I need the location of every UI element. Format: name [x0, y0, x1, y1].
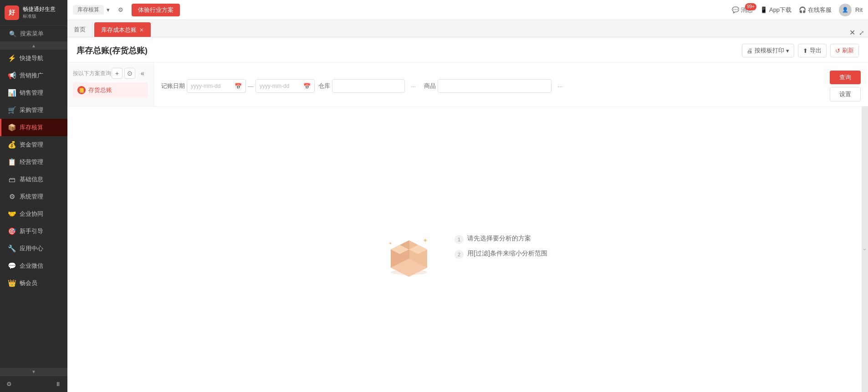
page-header: 库存总账(存货总账) 🖨 按模板打印 ▾ ⬆ 导出 ↺ 刷新 — [67, 37, 868, 62]
refresh-icon: ↺ — [835, 47, 840, 54]
scroll-up-btn[interactable]: ▲ — [0, 42, 67, 50]
user-profile[interactable]: 👤 Rit — [839, 4, 863, 16]
scheme-controls: + ⊙ « — [112, 68, 148, 79]
sidebar-item-purchase[interactable]: 🛒 采购管理 — [0, 102, 67, 119]
sidebar-item-basic-info[interactable]: 🗃 基础信息 — [0, 171, 67, 188]
avatar: 👤 — [839, 4, 852, 16]
sidebar-item-quick-nav[interactable]: ⚡ 快捷导航 — [0, 50, 67, 67]
topbar: 库存核算 ▾ ⚙ 体验行业方案 💬 消息 99+ 📱 App下载 🎧 在线客服 — [67, 0, 868, 20]
user-name: Rit — [855, 6, 863, 13]
scheme-add-button[interactable]: + — [112, 68, 123, 79]
product-more-btn[interactable]: ··· — [553, 79, 567, 93]
sidebar-item-newcomer[interactable]: 🎯 新手引导 — [0, 223, 67, 240]
scheme-collapse-button[interactable]: « — [137, 68, 148, 79]
tab-home[interactable]: 首页 — [67, 22, 92, 37]
date-field-group: 记账日期 yyyy-mm-dd 📅 — yyyy-mm-dd 📅 — [161, 79, 315, 93]
scroll-down-btn[interactable]: ▼ — [0, 368, 67, 376]
online-service-label: 在线客服 — [808, 6, 832, 14]
online-service-button[interactable]: 🎧 在线客服 — [799, 6, 832, 14]
product-field-group: 商品 ··· — [424, 79, 567, 93]
main-area: 库存核算 ▾ ⚙ 体验行业方案 💬 消息 99+ 📱 App下载 🎧 在线客服 — [67, 0, 868, 392]
app-version: 标准版 — [23, 13, 56, 20]
topbar-settings-btn[interactable]: ⚙ — [114, 4, 127, 16]
sidebar-item-system[interactable]: ⚙ 系统管理 — [0, 188, 67, 205]
system-label: 系统管理 — [20, 193, 43, 201]
filter-settings-button[interactable]: 设置 — [830, 87, 861, 102]
date-end-placeholder: yyyy-mm-dd — [260, 83, 289, 89]
search-menu[interactable]: 🔍 搜索菜单 — [0, 26, 67, 42]
svg-text:✦: ✦ — [388, 241, 392, 246]
empty-steps: 1 请先选择要分析的方案 2 用[过滤]条件来缩小分析范围 — [454, 234, 547, 265]
warehouse-input[interactable] — [332, 79, 405, 93]
sidebar-item-enterprise[interactable]: 🤝 企业协同 — [0, 205, 67, 223]
warehouse-more-btn[interactable]: ··· — [407, 79, 420, 93]
print-label: 按模板打印 — [755, 46, 784, 55]
date-field-label: 记账日期 — [161, 82, 185, 90]
inventory-label: 库存核算 — [20, 123, 43, 132]
content-area: 库存总账(存货总账) 🖨 按模板打印 ▾ ⬆ 导出 ↺ 刷新 — [67, 37, 868, 392]
sales-icon: 📊 — [8, 89, 16, 97]
scheme-settings-button[interactable]: ⊙ — [124, 68, 135, 79]
wechat-icon: 💬 — [8, 262, 16, 270]
tab-close-icon[interactable]: ✕ — [139, 27, 144, 33]
empty-step-1: 1 请先选择要分析的方案 — [454, 234, 547, 244]
scheme-item-icon: 📒 — [77, 86, 86, 94]
sidebar-item-inventory[interactable]: 📦 库存核算 — [0, 119, 67, 136]
sidebar-item-finance[interactable]: 💰 资金管理 — [0, 136, 67, 153]
right-panel-toggle[interactable]: › — [862, 107, 868, 392]
calendar-start-icon[interactable]: 📅 — [235, 83, 242, 90]
footer-settings-icon[interactable]: ⚙ — [6, 381, 12, 387]
page-actions: 🖨 按模板打印 ▾ ⬆ 导出 ↺ 刷新 — [742, 44, 859, 57]
refresh-label: 刷新 — [842, 46, 854, 55]
expand-icon[interactable]: ⤢ — [859, 29, 864, 36]
date-end-input[interactable]: yyyy-mm-dd 📅 — [255, 79, 315, 93]
app-center-icon: 🔧 — [8, 244, 16, 253]
sidebar-item-app-center[interactable]: 🔧 应用中心 — [0, 240, 67, 257]
message-button[interactable]: 💬 消息 99+ — [732, 6, 753, 14]
tab-inventory-ledger[interactable]: 库存成本总账 ✕ — [94, 22, 151, 37]
search-label: 搜索菜单 — [20, 30, 44, 38]
scheme-item-label: 存货总账 — [88, 86, 112, 94]
purchase-label: 采购管理 — [20, 106, 43, 114]
inventory-icon: 📦 — [8, 123, 16, 132]
product-input[interactable] — [438, 79, 551, 93]
quick-nav-label: 快捷导航 — [20, 54, 43, 62]
refresh-button[interactable]: ↺ 刷新 — [830, 44, 859, 57]
breadcrumb: 库存核算 — [73, 5, 104, 15]
export-button[interactable]: ⬆ 导出 — [798, 44, 827, 57]
sidebar-item-wechat[interactable]: 💬 企业微信 — [0, 257, 67, 275]
date-start-input[interactable]: yyyy-mm-dd 📅 — [187, 79, 246, 93]
filter-label: 按以下方案查询 — [73, 70, 111, 77]
membership-label: 畅会员 — [20, 279, 37, 287]
scheme-panel: 按以下方案查询 + ⊙ « 📒 存货总账 — [67, 62, 154, 106]
query-actions: 查询 设置 — [830, 71, 861, 102]
print-icon: 🖨 — [747, 47, 753, 54]
breadcrumb-dropdown[interactable]: ▾ — [107, 6, 110, 13]
sidebar-item-business[interactable]: 📋 经营管理 — [0, 153, 67, 171]
marketing-label: 营销推广 — [20, 71, 43, 80]
enterprise-icon: 🤝 — [8, 210, 16, 218]
headset-icon: 🎧 — [799, 6, 806, 13]
finance-label: 资金管理 — [20, 141, 43, 149]
industry-solution-button[interactable]: 体验行业方案 — [132, 4, 180, 16]
step-1-text: 请先选择要分析的方案 — [467, 234, 531, 243]
warehouse-field-group: 仓库 ··· — [318, 79, 420, 93]
close-panel-btn[interactable]: ✕ — [849, 28, 855, 37]
calendar-end-icon[interactable]: 📅 — [303, 83, 311, 90]
data-area: ✦ ✦ 1 请先选择要分析的方案 2 用[过滤]条件来缩小分析范围 — [67, 107, 868, 392]
newcomer-label: 新手引导 — [20, 227, 43, 235]
sidebar-item-marketing[interactable]: 📢 营销推广 — [0, 67, 67, 84]
print-template-button[interactable]: 🖨 按模板打印 ▾ — [742, 44, 794, 57]
sidebar-item-sales[interactable]: 📊 销售管理 — [0, 84, 67, 102]
message-badge: 99+ — [745, 3, 756, 10]
system-icon: ⚙ — [8, 193, 16, 201]
query-button[interactable]: 查询 — [830, 71, 861, 84]
search-icon: 🔍 — [9, 31, 16, 37]
app-download-button[interactable]: 📱 App下载 — [760, 6, 791, 14]
tab-bar-actions: ✕ ⤢ — [849, 28, 868, 37]
footer-audio-icon[interactable]: ⏸ — [55, 381, 61, 387]
empty-state: ✦ ✦ 1 请先选择要分析的方案 2 用[过滤]条件来缩小分析范围 — [67, 107, 862, 392]
purchase-icon: 🛒 — [8, 106, 16, 114]
scheme-item-inventory-ledger[interactable]: 📒 存货总账 — [73, 82, 148, 98]
sidebar-item-membership[interactable]: 👑 畅会员 — [0, 275, 67, 292]
